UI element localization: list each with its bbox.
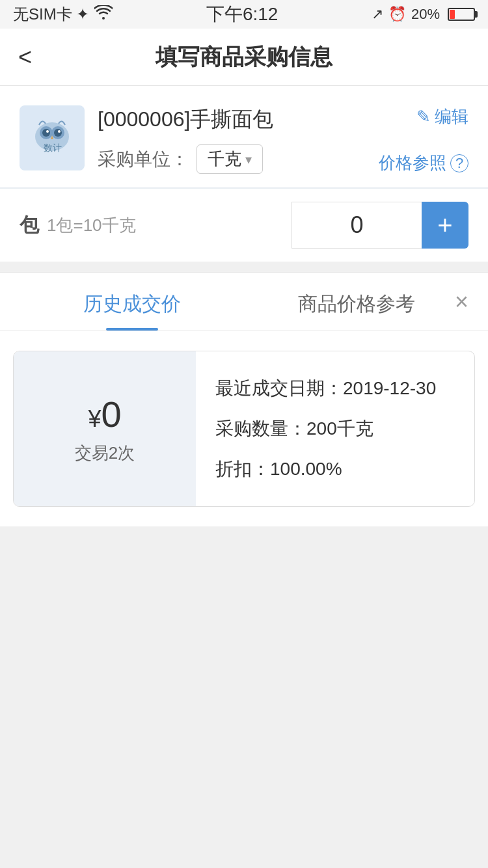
unit-value: 千克 — [208, 148, 241, 170]
status-bar: 无SIM卡 ✦ 下午6:12 ↗ ⏰ 20% — [0, 0, 488, 29]
location-icon: ↗ — [372, 6, 383, 23]
svg-text:数计: 数计 — [44, 142, 62, 153]
chevron-down-icon: ▾ — [245, 152, 252, 167]
wifi-icon — [94, 5, 113, 23]
tab-history-price-label: 历史成交价 — [83, 293, 181, 314]
tabs-section: 历史成交价 商品价格参考 × ¥0 交易2次 最近成交日期：2019-12-3 — [0, 272, 488, 526]
carrier-text: 无SIM卡 ✦ — [13, 4, 89, 25]
tab-history-price[interactable]: 历史成交价 — [20, 273, 244, 331]
tab-product-price-ref[interactable]: 商品价格参考 — [244, 273, 468, 331]
unit-select[interactable]: 千克 ▾ — [197, 144, 263, 174]
page-header: < 填写商品采购信息 — [0, 29, 488, 86]
discount-value: 100.00% — [270, 459, 342, 479]
product-thumbnail: 数计 — [20, 105, 85, 170]
discount-row: 折扣：100.00% — [215, 455, 455, 483]
tab-product-price-ref-label: 商品价格参考 — [298, 293, 415, 314]
price-details-right: 最近成交日期：2019-12-30 采购数量：200千克 折扣：100.00% — [196, 351, 474, 506]
tab-active-indicator — [106, 328, 158, 331]
purchase-qty-row: 采购数量：200千克 — [215, 415, 455, 442]
help-icon: ? — [450, 154, 468, 172]
svg-point-6 — [58, 130, 61, 133]
quantity-unit-badge: 包 — [20, 212, 39, 239]
quantity-control: 0 + — [291, 202, 468, 249]
svg-point-3 — [42, 129, 50, 137]
svg-point-5 — [46, 130, 49, 133]
page-title: 填写商品采购信息 — [156, 42, 332, 72]
price-ref-label: 价格参照 — [379, 152, 446, 174]
quantity-plus-button[interactable]: + — [422, 202, 468, 249]
product-name: [0000006]手撕面包 — [98, 105, 273, 134]
product-logo-icon: 数计 — [29, 112, 75, 164]
quantity-section: 包 1包=10千克 0 + — [0, 187, 488, 262]
purchase-qty-value: 200千克 — [306, 418, 373, 439]
battery-percent: 20% — [411, 6, 440, 23]
discount-label: 折扣： — [215, 459, 270, 479]
price-number: 0 — [101, 394, 121, 435]
recent-date-label: 最近成交日期： — [215, 378, 343, 398]
recent-date-value: 2019-12-30 — [343, 378, 436, 398]
quantity-conversion-text: 1包=10千克 — [47, 214, 136, 237]
edit-label: 编辑 — [435, 105, 468, 128]
product-card: 数计 [0000006]手撕面包 采购单位： 千克 ▾ ✎ 编辑 — [0, 86, 488, 187]
back-button[interactable]: < — [18, 44, 32, 71]
price-trades-count: 交易2次 — [75, 442, 135, 465]
price-reference-button[interactable]: 价格参照 ? — [379, 152, 468, 174]
recent-date-row: 最近成交日期：2019-12-30 — [215, 375, 455, 402]
battery-icon — [448, 8, 475, 21]
status-bar-time: 下午6:12 — [206, 2, 278, 27]
tab-content: ¥0 交易2次 最近成交日期：2019-12-30 采购数量：200千克 折扣：… — [0, 331, 488, 526]
status-bar-left: 无SIM卡 ✦ — [13, 4, 113, 25]
status-bar-right: ↗ ⏰ 20% — [372, 6, 475, 23]
main-area: 历史成交价 商品价格参考 × ¥0 交易2次 最近成交日期：2019-12-3 — [0, 272, 488, 727]
price-history-card: ¥0 交易2次 最近成交日期：2019-12-30 采购数量：200千克 折扣：… — [13, 351, 475, 507]
tabs-header: 历史成交价 商品价格参考 × — [0, 273, 488, 331]
currency-symbol: ¥ — [88, 405, 101, 432]
price-amount: ¥0 — [88, 393, 121, 435]
product-actions: ✎ 编辑 价格参照 ? — [379, 105, 468, 174]
price-summary-left: ¥0 交易2次 — [14, 351, 196, 506]
alarm-icon: ⏰ — [388, 6, 406, 23]
tab-close-button[interactable]: × — [455, 288, 468, 316]
svg-point-4 — [54, 129, 62, 137]
quantity-input[interactable]: 0 — [291, 202, 422, 249]
edit-button[interactable]: ✎ 编辑 — [416, 105, 468, 128]
unit-label: 采购单位： — [98, 147, 189, 172]
quantity-label-group: 包 1包=10千克 — [20, 212, 136, 239]
purchase-qty-label: 采购数量： — [215, 418, 306, 439]
edit-icon: ✎ — [416, 107, 431, 127]
